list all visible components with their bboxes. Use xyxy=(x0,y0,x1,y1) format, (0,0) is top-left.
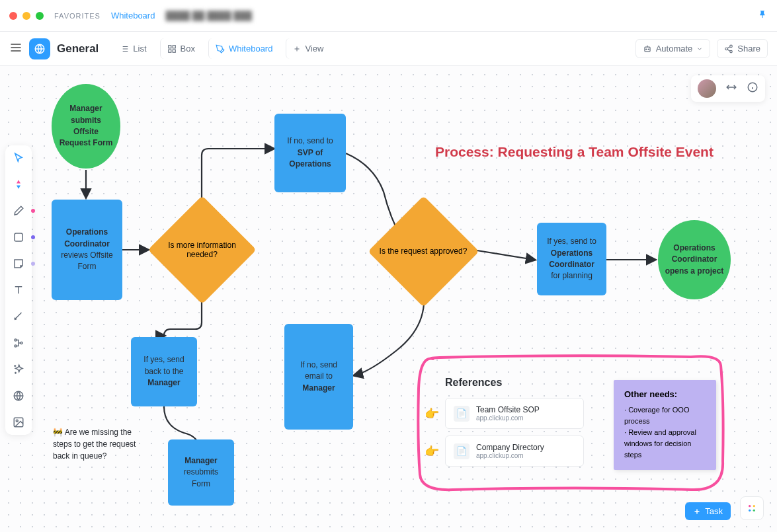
node-end[interactable]: Operations Coordinator opens a project xyxy=(658,220,731,299)
doc-icon: 📄 xyxy=(454,406,470,422)
svg-rect-1 xyxy=(168,45,171,48)
automate-button[interactable]: Automate xyxy=(635,39,711,58)
embed-tool-icon[interactable] xyxy=(11,389,26,403)
titlebar: FAVORITES Whiteboard ████ ██ ████ ███ xyxy=(0,0,777,32)
svg-point-22 xyxy=(753,510,755,512)
reference-card[interactable]: 👉 📄 Company Directoryapp.clickup.com xyxy=(445,436,584,467)
svg-rect-2 xyxy=(173,45,175,48)
svg-point-21 xyxy=(749,510,751,512)
node-back-manager[interactable]: If yes, send back to the Manager xyxy=(131,337,197,406)
references-title: References xyxy=(445,377,584,389)
sticky-list: Coverage for OOO process Review and appr… xyxy=(624,404,706,461)
node-decision-approved[interactable]: Is the request approved? xyxy=(367,195,479,307)
shape-tool-icon[interactable] xyxy=(11,230,26,245)
tab-blurred: ████ ██ ████ ███ xyxy=(165,11,252,20)
svg-rect-3 xyxy=(168,50,171,52)
automate-label: Automate xyxy=(656,44,693,54)
view-whiteboard-label: Whiteboard xyxy=(229,44,272,54)
task-label: Task xyxy=(705,506,723,516)
sticky-tool-icon[interactable] xyxy=(11,256,26,271)
add-view-label: View xyxy=(305,44,323,54)
node-review[interactable]: Operations Coordinator reviews Offsite F… xyxy=(52,200,122,300)
canvas[interactable]: Manager submits Offsite Request Form Ope… xyxy=(0,66,777,532)
toolbar: General List Box Whiteboard View Automat… xyxy=(0,32,777,66)
svg-point-9 xyxy=(725,48,728,50)
pointer-emoji: 👉 xyxy=(425,444,439,459)
magic-tool-icon[interactable] xyxy=(11,362,26,377)
svg-point-8 xyxy=(730,45,733,48)
pointer-emoji: 👉 xyxy=(425,406,439,421)
comment-text[interactable]: 🚧 Are we missing the steps to get the re… xyxy=(53,426,139,462)
node-svp[interactable]: If no, send to SVP of Operations xyxy=(274,114,346,192)
svg-point-17 xyxy=(16,420,18,422)
view-box[interactable]: Box xyxy=(160,38,202,59)
view-list-label: List xyxy=(133,44,146,54)
sticky-title: Other needs: xyxy=(624,389,706,399)
svg-point-12 xyxy=(15,339,17,341)
svg-point-10 xyxy=(730,50,733,53)
node-start[interactable]: Manager submits Offsite Request Form xyxy=(52,84,120,169)
references-block: References 👉 📄 Team Offsite SOPapp.click… xyxy=(445,377,584,473)
share-button[interactable]: Share xyxy=(717,39,768,58)
svg-point-20 xyxy=(753,505,755,507)
process-title[interactable]: Process: Requesting a Team Offsite Event xyxy=(435,144,714,160)
space-icon[interactable] xyxy=(29,38,50,59)
node-email-manager[interactable]: If no, send email to Manager xyxy=(284,324,353,430)
favorites-label: FAVORITES xyxy=(54,12,101,20)
apps-button[interactable] xyxy=(740,496,764,520)
close-window-icon[interactable] xyxy=(9,12,17,20)
minimize-window-icon[interactable] xyxy=(22,12,30,20)
add-view[interactable]: View xyxy=(286,38,330,59)
node-planning[interactable]: If yes, send to Operations Coordinator f… xyxy=(537,223,606,295)
info-icon[interactable] xyxy=(747,81,758,96)
view-list[interactable]: List xyxy=(113,38,153,59)
mindmap-tool-icon[interactable] xyxy=(11,336,26,350)
node-decision-info[interactable]: Is more information needed? xyxy=(147,195,257,304)
node-resubmit[interactable]: Manager resubmits Form xyxy=(168,439,234,506)
svg-point-13 xyxy=(15,345,17,347)
text-tool-icon[interactable] xyxy=(11,283,26,297)
presence-bar xyxy=(691,75,765,102)
pin-icon[interactable] xyxy=(758,10,768,22)
view-whiteboard[interactable]: Whiteboard xyxy=(208,38,279,59)
fit-width-icon[interactable] xyxy=(725,81,737,96)
chevron-down-icon xyxy=(696,46,703,52)
pen-tool-icon[interactable] xyxy=(11,204,26,218)
shapes-tool-icon[interactable] xyxy=(11,177,26,192)
space-title[interactable]: General xyxy=(57,42,99,56)
view-box-label: Box xyxy=(181,44,195,54)
sticky-note[interactable]: Other needs: Coverage for OOO process Re… xyxy=(614,380,716,470)
svg-point-19 xyxy=(749,505,751,507)
svg-point-6 xyxy=(645,49,646,50)
reference-card[interactable]: 👉 📄 Team Offsite SOPapp.clickup.com xyxy=(445,398,584,429)
window-controls xyxy=(9,12,44,20)
diagram-layer: Manager submits Offsite Request Form Ope… xyxy=(0,66,777,532)
side-toolbar xyxy=(5,145,32,435)
avatar[interactable] xyxy=(698,79,716,98)
svg-point-14 xyxy=(20,342,22,344)
cursor-tool-icon[interactable] xyxy=(11,151,26,165)
doc-icon: 📄 xyxy=(454,443,470,459)
tab-whiteboard[interactable]: Whiteboard xyxy=(111,11,155,20)
image-tool-icon[interactable] xyxy=(11,415,26,430)
add-task-button[interactable]: Task xyxy=(685,502,731,520)
maximize-window-icon[interactable] xyxy=(36,12,44,20)
svg-rect-11 xyxy=(15,233,22,241)
toolbar-right: Automate Share xyxy=(635,39,768,58)
connector-tool-icon[interactable] xyxy=(11,309,26,324)
share-label: Share xyxy=(737,44,760,54)
svg-rect-4 xyxy=(173,50,175,52)
svg-point-7 xyxy=(648,49,649,50)
menu-icon[interactable] xyxy=(9,41,22,57)
